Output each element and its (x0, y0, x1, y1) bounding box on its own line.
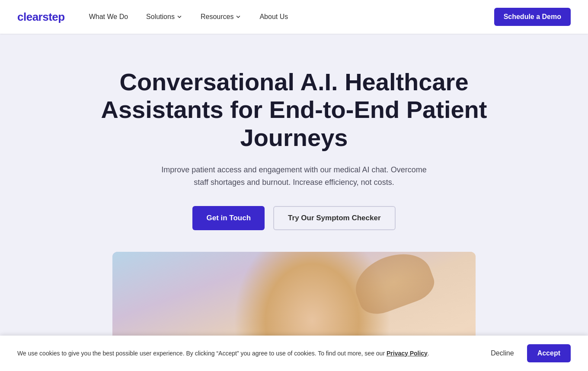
nav-link-about-us[interactable]: About Us (252, 10, 295, 24)
nav-link-what-we-do[interactable]: What We Do (82, 10, 135, 24)
privacy-policy-link[interactable]: Privacy Policy (387, 350, 428, 357)
chevron-down-icon-resources (235, 14, 241, 20)
cookie-buttons: Decline Accept (483, 344, 571, 362)
decline-button[interactable]: Decline (483, 345, 521, 361)
nav-link-resources[interactable]: Resources (194, 10, 248, 24)
nav-links: What We Do Solutions Resources (82, 10, 295, 24)
cookie-banner: We use cookies to give you the best poss… (0, 336, 588, 371)
nav-item-what-we-do[interactable]: What We Do (82, 10, 135, 24)
schedule-demo-button[interactable]: Schedule a Demo (494, 8, 571, 26)
navbar-left: clearstep What We Do Solutions Resources (17, 10, 295, 24)
nav-link-solutions[interactable]: Solutions (139, 10, 189, 24)
hero-section: Conversational A.I. Healthcare Assistant… (0, 34, 588, 371)
get-in-touch-button[interactable]: Get in Touch (192, 206, 265, 230)
try-symptom-checker-button[interactable]: Try Our Symptom Checker (273, 206, 395, 230)
hero-subtitle: Improve patient access and engagement wi… (156, 164, 432, 189)
logo[interactable]: clearstep (17, 10, 65, 24)
navbar: clearstep What We Do Solutions Resources (0, 0, 588, 34)
hero-title: Conversational A.I. Healthcare Assistant… (99, 68, 489, 152)
nav-item-solutions[interactable]: Solutions (139, 10, 189, 24)
cookie-text: We use cookies to give you the best poss… (17, 349, 474, 358)
chevron-down-icon (176, 14, 182, 20)
accept-button[interactable]: Accept (527, 344, 571, 362)
nav-item-about-us[interactable]: About Us (252, 10, 295, 24)
nav-item-resources[interactable]: Resources (194, 10, 248, 24)
hero-buttons: Get in Touch Try Our Symptom Checker (9, 206, 579, 230)
